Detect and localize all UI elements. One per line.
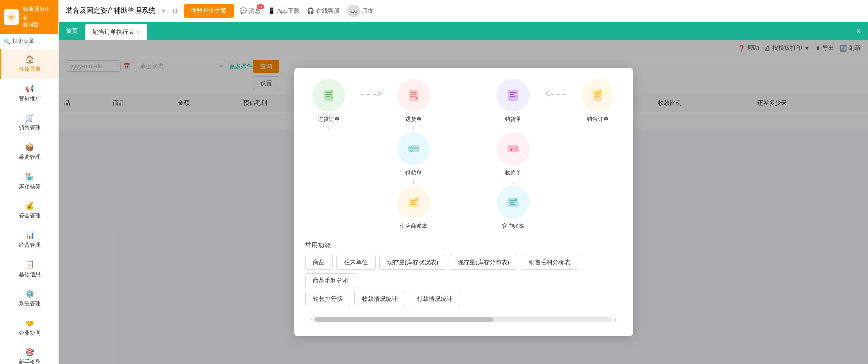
flow-node-sales-bill: 销货单 (497, 79, 530, 123)
btn-product[interactable]: 商品 (305, 255, 333, 270)
scroll-track[interactable] (314, 317, 612, 322)
topbar: 装备及固定资产辅助管理系统 ▼ ⚙ 体验行业方案 💬 消息 5 📱 App下载 … (59, 0, 868, 22)
flow-node-customer: 客户账本 (497, 186, 530, 230)
tab-home[interactable]: 首页 (59, 22, 85, 40)
svg-rect-9 (508, 90, 518, 101)
purchase-icon: 📦 (25, 143, 34, 152)
purchase-bill-label: 进货单 (405, 115, 422, 123)
service-icon: 🎧 (307, 7, 314, 14)
svg-rect-16 (593, 90, 602, 101)
common-functions-title: 常用功能 (305, 241, 622, 250)
svg-rect-1 (324, 90, 333, 101)
system-icon: ⚙️ (25, 289, 34, 298)
user-item[interactable]: Ea 用友 (347, 5, 374, 17)
svg-rect-5 (408, 147, 419, 149)
common-buttons-row2: 销售排行榜 收款情况统计 付款情况统计 (305, 292, 622, 306)
svg-point-15 (514, 198, 517, 201)
finance-icon: 💰 (25, 201, 34, 210)
btn-sales-profit[interactable]: 销售毛利分析表 (521, 255, 578, 270)
btn-sales-rank[interactable]: 销售排行榜 (305, 292, 350, 306)
svg-text:¥: ¥ (510, 147, 513, 152)
tab-close-icon[interactable]: × (137, 29, 140, 35)
svg-text:¥: ¥ (410, 149, 413, 153)
svg-point-13 (514, 147, 518, 151)
customer-icon (497, 186, 530, 219)
customer-label: 客户账本 (502, 223, 524, 230)
payment-icon: ¥ (397, 132, 430, 165)
svg-rect-8 (415, 197, 418, 200)
operations-icon: 📊 (25, 231, 34, 239)
sidebar-item-system[interactable]: ⚙️ 系统管理 (0, 284, 58, 313)
experience-btn[interactable]: 体验行业方案 (184, 4, 234, 18)
message-item[interactable]: 💬 消息 5 (240, 7, 261, 15)
tabbar: 首页 销售订单执行表 × × (59, 22, 868, 40)
logo-text: 畅康通好生意 标准版 (23, 5, 55, 28)
sidebar-item-quick-nav[interactable]: 🏠 快捷导航 (0, 49, 58, 79)
marketing-icon: 📢 (25, 84, 34, 93)
receipt-icon: ¥ (497, 132, 530, 165)
collab-icon: 🤝 (25, 319, 34, 327)
app-download-item[interactable]: 📱 App下载 (268, 7, 300, 15)
gear-icon[interactable]: ⚙ (172, 6, 178, 15)
flow-node-purchase-bill: 进货单 (397, 79, 430, 123)
btn-counterpart[interactable]: 往来单位 (336, 255, 376, 270)
scroll-left-arrow[interactable]: ‹ (309, 316, 315, 323)
svg-point-0 (7, 12, 16, 22)
svg-rect-10 (509, 92, 517, 93)
btn-stock-status[interactable]: 现存量(库存状况表) (379, 255, 447, 270)
search-icon: 🔍 (4, 38, 11, 45)
sales-order-label: 销售订单 (587, 115, 609, 123)
btn-payment-stats[interactable]: 付款情况统计 (409, 292, 460, 306)
sidebar-item-newbie[interactable]: 🎯 新手引导 (0, 342, 58, 364)
sidebar-item-finance[interactable]: 💰 资金管理 (0, 196, 58, 225)
scroll-thumb (314, 317, 493, 322)
message-badge: 5 (257, 4, 264, 9)
tab-sales-order[interactable]: 销售订单执行表 × (85, 24, 147, 40)
sidebar-item-sales[interactable]: 🛒 销售管理 (0, 108, 58, 137)
logo-icon (4, 9, 19, 25)
flow-node-supplier: 供应商账本 (397, 186, 430, 230)
dropdown-arrow[interactable]: ▼ (161, 8, 166, 14)
user-avatar: Ea (347, 5, 360, 17)
sidebar-item-marketing[interactable]: 📢 营销推广 (0, 79, 58, 108)
btn-receipt-stats[interactable]: 收款情况统计 (354, 292, 405, 306)
sidebar-item-purchase[interactable]: 📦 采购管理 (0, 137, 58, 167)
flow-node-receipt: ¥ 收款单 (497, 132, 530, 177)
flow-node-sales-order: 销售订单 (581, 79, 614, 123)
download-icon: 📱 (268, 7, 275, 14)
newbie-icon: 🎯 (25, 348, 34, 357)
close-all-tabs[interactable]: × (849, 22, 868, 40)
common-buttons-row1: 商品 往来单位 现存量(库存状况表) 现存量(库存分布表) 销售毛利分析表 商品… (305, 255, 622, 288)
sidebar-item-collab[interactable]: 🤝 企业协同 (0, 313, 58, 342)
sales-order-icon (581, 79, 614, 112)
sidebar-nav: 🏠 快捷导航 📢 营销推广 🛒 销售管理 📦 采购管理 🏪 库存核算 💰 (0, 49, 58, 364)
scroll-right-arrow[interactable]: › (612, 316, 618, 323)
common-functions-section: 常用功能 商品 往来单位 现存量(库存状况表) 现存量(库存分布表) 销售毛利分… (305, 241, 622, 306)
purchase-order-icon (312, 79, 345, 112)
payment-label: 付款单 (405, 169, 422, 177)
modal-overlay[interactable]: 进货订单 ↓ - - -> (59, 40, 868, 364)
message-icon: 💬 (240, 7, 247, 14)
supplier-icon (397, 186, 430, 219)
sidebar-item-basic[interactable]: 📋 基础信息 (0, 255, 58, 284)
sidebar-item-inventory[interactable]: 🏪 库存核算 (0, 167, 58, 196)
sidebar: 畅康通好生意 标准版 🔍 搜索菜单 🏠 快捷导航 📢 营销推广 🛒 销售管理 📦 (0, 0, 59, 364)
purchase-bill-icon (397, 79, 430, 112)
home-tab-label: 首页 (66, 27, 78, 35)
sales-bill-icon (497, 79, 530, 112)
sidebar-logo[interactable]: 畅康通好生意 标准版 (0, 0, 58, 34)
sidebar-search[interactable]: 🔍 搜索菜单 (0, 34, 58, 49)
btn-stock-dist[interactable]: 现存量(库存分布表) (450, 255, 517, 270)
sales-order-tab-label: 销售订单执行表 (93, 28, 134, 36)
sales-icon: 🛒 (25, 114, 34, 122)
main-area: 装备及固定资产辅助管理系统 ▼ ⚙ 体验行业方案 💬 消息 5 📱 App下载 … (59, 0, 868, 364)
btn-product-profit[interactable]: 商品毛利分析 (305, 273, 356, 288)
inventory-icon: 🏪 (25, 172, 34, 181)
flow-node-payment: ¥ 付款单 (397, 132, 430, 177)
sidebar-item-operations[interactable]: 📊 经营管理 (0, 225, 58, 255)
supplier-label: 供应商账本 (400, 223, 427, 230)
modal: 进货订单 ↓ - - -> (294, 68, 633, 336)
scroll-row: ‹ › (305, 314, 622, 325)
receipt-label: 收款单 (505, 169, 521, 177)
online-service-item[interactable]: 🎧 在线客服 (307, 7, 340, 15)
